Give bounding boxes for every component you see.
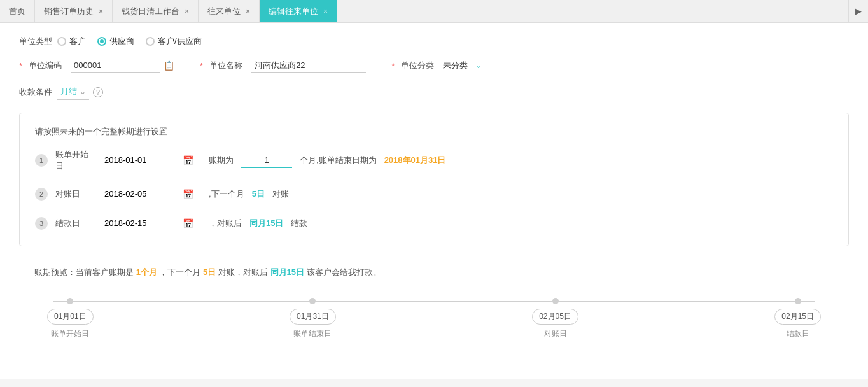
preview-text: 账期预览：当前客户账期是 1个月 ，下一个月 5日 对账，对账后 同月15日 该… — [34, 267, 834, 278]
timeline-sub-2: 对账日 — [544, 328, 567, 339]
timeline-item-1: 01月31日 账单结束日 — [290, 293, 336, 339]
row3-suffix-end: 结款 — [291, 218, 307, 229]
timeline-dot-0 — [67, 298, 73, 304]
unit-category-field: * 单位分类 未分类 ⌄ — [391, 60, 482, 71]
copy-icon[interactable]: 📋 — [164, 60, 174, 71]
main-content: 单位类型 客户 供应商 客户/供应商 * 单位编码 📋 * 单位名称 — [0, 23, 868, 379]
row-label-2: 对账日 — [55, 188, 94, 200]
row-label-3: 结款日 — [55, 218, 94, 229]
tab-edit-related-units[interactable]: 编辑往来单位 × — [260, 0, 337, 22]
timeline-dot-3 — [795, 298, 801, 304]
reconcile-date-calendar-icon[interactable]: 📅 — [183, 189, 193, 199]
radio-customer[interactable]: 客户 — [57, 36, 86, 47]
preview-mid2: 对账，对账后 — [218, 267, 268, 277]
close-tab-related-units[interactable]: × — [246, 7, 250, 16]
start-date-input[interactable] — [101, 153, 171, 167]
radio-supplier[interactable]: 供应商 — [97, 36, 134, 47]
help-icon[interactable]: ? — [93, 87, 103, 97]
unit-info-row: * 单位编码 📋 * 单位名称 * 单位分类 未分类 ⌄ — [19, 59, 849, 73]
tab-related-units[interactable]: 往来单位 × — [199, 0, 260, 22]
unit-category-value: 未分类 — [443, 60, 468, 71]
timeline-items: 01月01日 账单开始日 01月31日 账单结束日 02月05日 对账日 02月… — [47, 293, 821, 339]
close-tab-cashier-workbench[interactable]: × — [185, 7, 189, 16]
radio-label-customer: 客户 — [69, 36, 86, 47]
tabs-bar: 首页 销售订单历史 × 钱货日清工作台 × 往来单位 × 编辑往来单位 × ▶ — [0, 0, 868, 23]
row2-highlight: 5日 — [252, 188, 265, 200]
close-tab-edit-related-units[interactable]: × — [323, 7, 328, 16]
timeline-item-2: 02月05日 对账日 — [532, 293, 578, 339]
radio-customer-supplier[interactable]: 客户/供应商 — [146, 36, 202, 47]
row2-suffix-before: ,下一个月 — [209, 188, 244, 200]
unit-type-row: 单位类型 客户 供应商 客户/供应商 — [19, 36, 849, 47]
timeline-sub-3: 结款日 — [787, 328, 809, 339]
unit-name-label: 单位名称 — [209, 60, 242, 71]
unit-type-radio-group: 客户 供应商 客户/供应商 — [57, 36, 202, 47]
row3-suffix-before: ，对账后 — [209, 218, 242, 229]
tab-sales-order-history[interactable]: 销售订单历史 × — [35, 0, 113, 22]
preview-section: 账期预览：当前客户账期是 1个月 ，下一个月 5日 对账，对账后 同月15日 该… — [19, 258, 849, 348]
preview-part1: 1个月 — [136, 267, 157, 277]
reconcile-date-input[interactable] — [101, 187, 171, 201]
timeline-item-3: 02月15日 结款日 — [774, 293, 821, 339]
close-tab-sales-order-history[interactable]: × — [99, 7, 103, 16]
radio-circle-customer-supplier — [146, 37, 155, 46]
radio-label-customer-supplier: 客户/供应商 — [158, 36, 202, 47]
setting-row-3: 3 结款日 📅 ，对账后 同月15日 结款 — [35, 216, 833, 230]
unit-code-input[interactable] — [71, 59, 160, 73]
start-date-calendar-icon[interactable]: 📅 — [183, 155, 193, 165]
unit-name-field: * 单位名称 — [200, 59, 366, 73]
row1-suffix-after: 个月,账单结束日期为 — [300, 155, 377, 166]
setting-row-2: 2 对账日 📅 ,下一个月 5日 对账 — [35, 187, 833, 201]
row-num-1: 1 — [35, 154, 48, 167]
radio-circle-supplier — [97, 37, 106, 46]
row3-highlight: 同月15日 — [249, 218, 283, 229]
timeline-container: 01月01日 账单开始日 01月31日 账单结束日 02月05日 对账日 02月… — [34, 293, 834, 339]
payment-condition-value: 月结 — [60, 86, 77, 97]
timeline-dot-2 — [552, 298, 559, 304]
payment-condition-label: 收款条件 — [19, 87, 52, 98]
unit-name-input[interactable] — [251, 59, 366, 73]
unit-category-label: 单位分类 — [401, 60, 434, 71]
timeline-item-0: 01月01日 账单开始日 — [47, 293, 94, 339]
timeline-dot-1 — [309, 298, 316, 304]
tab-cashier-workbench[interactable]: 钱货日清工作台 × — [113, 0, 199, 22]
payment-condition-chevron: ⌄ — [80, 87, 86, 96]
timeline-badge-0: 01月01日 — [47, 309, 94, 325]
unit-code-label: 单位编码 — [29, 60, 62, 71]
row-num-2: 2 — [35, 188, 48, 201]
radio-circle-customer — [57, 37, 66, 46]
preview-part3: 同月15日 — [270, 267, 304, 277]
tab-scroll-arrow[interactable]: ▶ — [848, 0, 868, 22]
unit-type-label: 单位类型 — [19, 36, 52, 47]
unit-category-dropdown-arrow[interactable]: ⌄ — [475, 61, 482, 70]
preview-mid1: ，下一个月 — [159, 267, 200, 277]
preview-suffix: 该客户会给我打款。 — [307, 267, 381, 277]
timeline-badge-1: 01月31日 — [290, 309, 336, 325]
timeline-badge-2: 02月05日 — [532, 309, 578, 325]
unit-code-field: * 单位编码 📋 — [19, 59, 174, 73]
timeline-sub-1: 账单结束日 — [293, 328, 332, 339]
row2-suffix-end: 对账 — [272, 188, 289, 200]
row1-suffix-before: 账期为 — [209, 155, 234, 166]
timeline-sub-0: 账单开始日 — [51, 328, 89, 339]
payment-condition-row: 收款条件 月结 ⌄ ? — [19, 84, 849, 100]
period-input[interactable] — [241, 153, 292, 168]
tab-home[interactable]: 首页 — [0, 0, 35, 22]
section-instruction: 请按照未来的一个完整帐期进行设置 — [35, 126, 833, 137]
payment-date-input[interactable] — [101, 216, 171, 230]
row1-highlight: 2018年01月31日 — [384, 155, 446, 166]
row-label-1: 账单开始日 — [55, 149, 94, 172]
payment-date-calendar-icon[interactable]: 📅 — [183, 218, 193, 229]
preview-part2: 5日 — [203, 267, 216, 277]
timeline-badge-3: 02月15日 — [774, 309, 821, 325]
radio-label-supplier: 供应商 — [109, 36, 134, 47]
setting-row-1: 1 账单开始日 📅 账期为 个月,账单结束日期为 2018年01月31日 — [35, 149, 833, 172]
payment-condition-select[interactable]: 月结 ⌄ — [57, 84, 89, 100]
preview-prefix: 账期预览：当前客户账期是 — [34, 267, 134, 277]
period-settings-card: 请按照未来的一个完整帐期进行设置 1 账单开始日 📅 账期为 个月,账单结束日期… — [19, 113, 849, 246]
row-num-3: 3 — [35, 217, 48, 230]
